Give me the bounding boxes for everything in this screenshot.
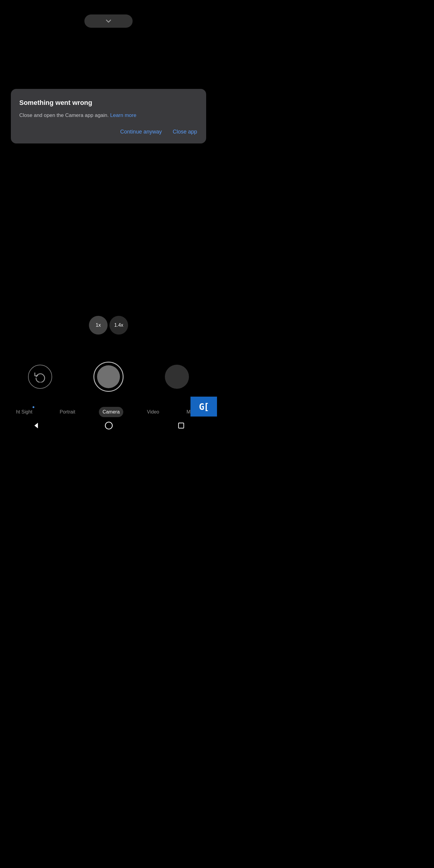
camera-controls-bar: [0, 362, 217, 392]
error-dialog: Something went wrong Close and open the …: [11, 89, 206, 144]
dialog-body: Close and open the Camera app again. Lea…: [19, 112, 198, 119]
chevron-down-icon: [104, 17, 113, 25]
recents-button[interactable]: [177, 422, 185, 430]
mode-night-sight[interactable]: ht Sight: [12, 407, 36, 417]
home-button[interactable]: [104, 421, 113, 430]
mode-active-dot: [33, 406, 34, 408]
learn-more-link[interactable]: Learn more: [110, 113, 136, 118]
shutter-inner: [97, 365, 120, 388]
thumbnail-button[interactable]: [165, 365, 189, 389]
watermark-text: G[: [199, 401, 209, 412]
svg-rect-2: [179, 423, 184, 428]
mode-portrait[interactable]: Portrait: [56, 407, 79, 417]
close-app-button[interactable]: Close app: [172, 127, 198, 136]
zoom-1x-button[interactable]: 1x: [89, 316, 107, 335]
system-nav-bar: [0, 417, 217, 434]
mode-bar: ht Sight Portrait Camera Video Modes: [0, 407, 217, 417]
zoom-1-4x-button[interactable]: 1.4x: [110, 316, 128, 335]
top-collapse-handle[interactable]: [84, 14, 133, 28]
rotate-camera-icon: [34, 371, 46, 382]
mode-label: Camera: [102, 409, 120, 415]
mode-video[interactable]: Video: [144, 407, 163, 417]
recents-square-icon: [177, 422, 185, 430]
svg-marker-0: [34, 423, 38, 429]
flip-camera-button[interactable]: [28, 365, 52, 389]
watermark: G[: [190, 397, 217, 416]
zoom-controls: 1x 1.4x: [89, 316, 128, 335]
continue-anyway-button[interactable]: Continue anyway: [120, 127, 162, 136]
mode-label: Video: [147, 409, 159, 415]
mode-camera[interactable]: Camera: [99, 407, 123, 417]
dialog-actions: Continue anyway Close app: [19, 127, 198, 136]
back-arrow-icon: [32, 421, 40, 430]
back-button[interactable]: [32, 421, 40, 430]
dialog-body-text: Close and open the Camera app again.: [19, 113, 109, 118]
mode-label: ht Sight: [16, 409, 32, 415]
dialog-title: Something went wrong: [19, 98, 198, 107]
shutter-button[interactable]: [93, 362, 124, 392]
svg-point-1: [105, 422, 112, 429]
mode-label: Portrait: [60, 409, 75, 415]
home-circle-icon: [104, 421, 113, 430]
